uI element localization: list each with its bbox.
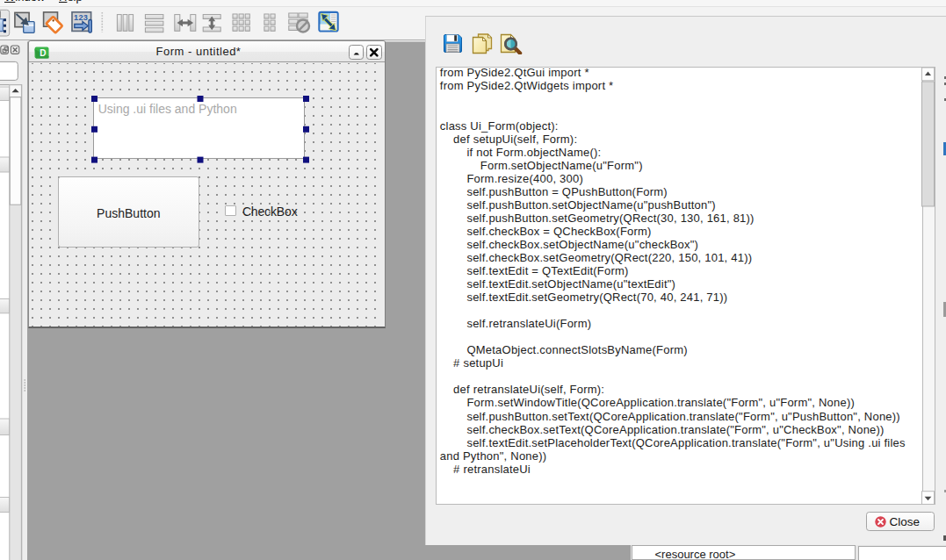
- svg-text:123: 123: [74, 13, 88, 22]
